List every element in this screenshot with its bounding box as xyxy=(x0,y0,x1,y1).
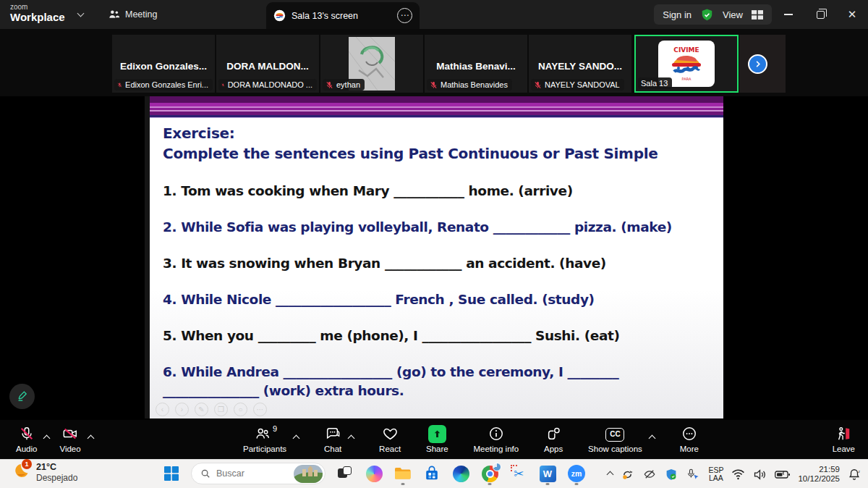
participant-tile-video[interactable]: eythan xyxy=(320,35,423,93)
audio-button[interactable]: Audio xyxy=(16,425,37,453)
zoom-app-button[interactable]: zm xyxy=(567,463,586,484)
restore-icon xyxy=(817,11,825,19)
presentation-controls: ‹ › ✎ ❐ ○ ⋯ xyxy=(156,403,267,416)
participants-label: Participants xyxy=(243,445,286,453)
cc-icon: CC xyxy=(605,428,624,442)
slides-view-icon[interactable]: ❐ xyxy=(214,403,228,416)
search-input[interactable] xyxy=(216,468,288,479)
slide-decor-band xyxy=(150,96,723,118)
captions-options-icon[interactable] xyxy=(648,435,655,442)
video-button[interactable]: Video xyxy=(59,425,80,453)
chevron-down-icon[interactable] xyxy=(77,10,85,17)
word-button[interactable]: W xyxy=(538,463,557,484)
speaker-icon[interactable] xyxy=(753,468,767,481)
sala13-logo-icon xyxy=(273,9,286,22)
video-label: Video xyxy=(59,445,80,453)
svg-text:CIVIME: CIVIME xyxy=(673,46,699,54)
more-tools-icon[interactable]: ⋯ xyxy=(253,403,267,416)
titlebar: zoom Workplace Meeting Sala 13's screen … xyxy=(0,0,868,29)
prev-slide-icon[interactable]: ‹ xyxy=(156,403,169,416)
tab-meeting-label: Meeting xyxy=(125,9,157,20)
captions-button[interactable]: CC Show captions xyxy=(588,425,642,453)
meeting-toolbar: Audio Video xyxy=(0,420,868,459)
participant-tile[interactable]: DORA MALDON... DORA MALDONADO ... xyxy=(216,35,319,93)
start-button[interactable] xyxy=(162,463,181,484)
participant-tile[interactable]: NAYELY SANDO... NAYELY SANDOVAL xyxy=(529,35,631,93)
apps-button[interactable]: Apps xyxy=(544,425,563,453)
meeting-info-button[interactable]: Meeting info xyxy=(474,425,519,453)
leave-label: Leave xyxy=(833,445,855,453)
tab-sala13-screen[interactable]: Sala 13's screen ⋯ xyxy=(266,2,420,29)
chat-button[interactable]: Chat xyxy=(324,425,341,453)
security-shield-icon[interactable] xyxy=(700,8,714,22)
leave-button[interactable]: Leave xyxy=(833,425,855,453)
participant-label-text: eythan xyxy=(336,80,360,89)
tab-meeting[interactable]: Meeting xyxy=(109,6,157,23)
participant-tile[interactable]: Mathias Benavi... Mathias Benavides xyxy=(425,35,527,93)
participant-label-text: Edixon Gonzales Enri... xyxy=(125,80,208,89)
annotate-button[interactable] xyxy=(9,384,35,409)
mic-in-use-icon[interactable] xyxy=(686,468,700,481)
edge-button[interactable] xyxy=(451,463,470,484)
video-options-icon[interactable] xyxy=(87,435,94,442)
copilot-button[interactable] xyxy=(365,463,383,484)
sentence-4: 4. While Nicole __________________ Frenc… xyxy=(163,291,712,308)
participant-label: NAYELY SANDOVAL xyxy=(531,79,624,91)
chrome-icon xyxy=(482,466,498,482)
search-highlight-image[interactable] xyxy=(294,465,323,483)
ms-store-button[interactable] xyxy=(422,463,441,484)
notification-bell-icon[interactable]: z xyxy=(848,468,861,481)
eye-hidden-icon[interactable] xyxy=(642,468,657,481)
next-slide-icon[interactable]: › xyxy=(175,403,189,416)
taskbar-search[interactable] xyxy=(191,463,326,484)
view-button[interactable]: View xyxy=(723,9,743,20)
svg-text:z: z xyxy=(858,468,860,473)
participants-button[interactable]: 9 Participants xyxy=(243,425,286,453)
running-indicator xyxy=(401,483,405,485)
file-explorer-button[interactable] xyxy=(393,463,412,484)
windows-taskbar: 1 21°C Despejado xyxy=(0,459,868,488)
audio-options-icon[interactable] xyxy=(43,435,51,442)
chat-options-icon[interactable] xyxy=(348,435,355,442)
share-button[interactable]: Share xyxy=(426,425,448,453)
tray-expand-icon[interactable] xyxy=(607,471,614,478)
participants-options-icon[interactable] xyxy=(293,435,300,442)
restore-button[interactable] xyxy=(804,0,836,29)
weather-desc: Despejado xyxy=(36,473,77,484)
participant-label: Mathias Benavides xyxy=(427,79,512,91)
wifi-icon[interactable] xyxy=(731,468,745,480)
more-button[interactable]: More xyxy=(680,425,699,453)
tab-options-icon[interactable]: ⋯ xyxy=(397,8,412,23)
close-button[interactable]: ✕ xyxy=(836,0,868,29)
next-participants-button[interactable] xyxy=(748,54,767,74)
sentence-6-line1: 6. While Andrea _________________ (go) t… xyxy=(163,363,712,381)
battery-icon[interactable] xyxy=(775,469,790,480)
chrome-button[interactable] xyxy=(480,463,499,484)
language-indicator[interactable]: ESPLAA xyxy=(708,466,723,483)
participant-label-text: NAYELY SANDOVAL xyxy=(545,80,620,89)
sync-icon[interactable] xyxy=(621,468,634,481)
participant-label-text: Mathias Benavides xyxy=(441,80,508,89)
react-button[interactable]: React xyxy=(379,425,401,453)
minimize-button[interactable] xyxy=(773,0,804,29)
task-view-button[interactable] xyxy=(336,463,354,484)
shared-slide: Exercise: Complete the sentences using P… xyxy=(145,96,723,418)
sign-in-button[interactable]: Sign in xyxy=(663,9,692,20)
mic-muted-icon xyxy=(117,81,122,89)
windows-security-icon[interactable] xyxy=(665,468,678,481)
snipping-tool-button[interactable]: ✂ xyxy=(509,463,528,484)
participant-tile[interactable]: Edixon Gonzales... Edixon Gonzales Enri.… xyxy=(112,35,215,93)
clock[interactable]: 21:59 10/12/2025 xyxy=(798,465,840,484)
pen-tool-icon[interactable]: ✎ xyxy=(195,403,208,416)
participant-name: Edixon Gonzales... xyxy=(112,61,215,72)
participant-tile-sala13[interactable]: CIVIME PARA Sala 13 xyxy=(634,35,739,93)
zoom-tool-icon[interactable]: ○ xyxy=(234,403,247,416)
tray-time: 21:59 xyxy=(798,465,840,475)
apps-label: Apps xyxy=(544,445,563,453)
chat-icon xyxy=(324,426,341,442)
participants-strip: Edixon Gonzales... Edixon Gonzales Enri.… xyxy=(0,29,868,96)
running-indicator xyxy=(575,483,579,485)
weather-widget[interactable]: 1 21°C Despejado xyxy=(12,462,77,484)
mic-muted-icon xyxy=(221,81,225,89)
task-view-icon xyxy=(338,466,352,481)
